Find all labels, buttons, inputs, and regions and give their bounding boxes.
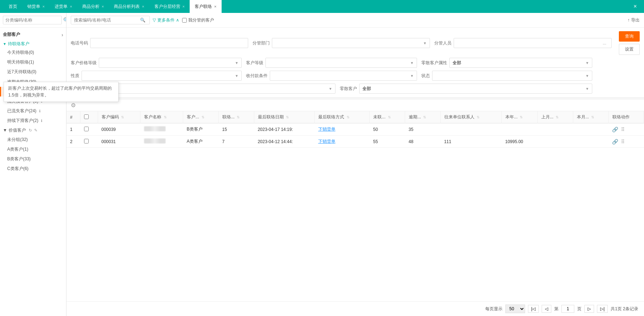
row-checkbox-0[interactable] (84, 127, 89, 131)
collapse-icon[interactable]: › (61, 32, 63, 38)
action-more-icon-0[interactable]: ⠿ (621, 127, 625, 132)
nav-item-customer-contact[interactable]: 客户联络 × (190, 0, 221, 13)
select-all-checkbox[interactable] (84, 114, 89, 119)
search-input-wrap[interactable]: 🔍 (71, 16, 150, 24)
query-button[interactable]: 查询 (619, 31, 640, 42)
nav-close-customer-contact[interactable]: × (214, 4, 216, 9)
settings-button[interactable]: 设置 (619, 44, 640, 55)
tree-item-class-b[interactable]: B类客户(33) (0, 154, 66, 164)
retail-attr-select[interactable]: 全部▼ (449, 58, 592, 68)
nav-item-customer-tier[interactable]: 客户分层经营 × (149, 0, 190, 13)
more-conditions-button[interactable]: ▽ 更多条件 ∧ (153, 17, 179, 23)
retail-customer-select[interactable]: 全部▼ (359, 84, 592, 94)
nature-label: 性质 (71, 73, 79, 79)
table-settings-icon[interactable]: ⚙ (71, 102, 76, 109)
nav-close-customer-tier[interactable]: × (182, 4, 185, 9)
sidebar-search-input[interactable] (3, 16, 62, 24)
per-page-select[interactable]: 50 20 100 (505, 305, 525, 313)
value-refresh-icon[interactable]: ↻ (29, 128, 32, 133)
customer-table: # 客户编码 ⇅ 客户名称 ⇅ 客户... ⇅ 联络... ⇅ 最后联络日期 ⇅… (66, 111, 644, 148)
export-button[interactable]: ↑ 导出 (627, 17, 640, 23)
col-not-contacted: 未联... ⇅ (370, 111, 405, 123)
cell-index: 2 (66, 136, 80, 148)
nav-item-purchase[interactable]: 进货单 × (50, 0, 77, 13)
tree-root-all-customers[interactable]: 全部客户 › (0, 30, 66, 39)
nav-item-analysis-list[interactable]: 商品分析列表 × (109, 0, 149, 13)
tree-item-churned[interactable]: 已流失客户(24) ℹ (0, 106, 66, 116)
col-last-contact-date: 最后联络日期 ⇅ (254, 111, 314, 123)
filter-row-3: 性质 ▼ 收付款条件 ▼ 状态 ▼ (71, 71, 640, 81)
nav-item-analysis[interactable]: 商品分析 × (77, 0, 109, 13)
chevron-up-icon: ∧ (176, 18, 179, 23)
action-more-icon-1[interactable]: ⠿ (621, 139, 625, 145)
action-link-icon-0[interactable]: 🔗 (612, 127, 618, 132)
tree-section-pending[interactable]: ▼ 待联络客户 (0, 39, 66, 48)
page-prev-btn[interactable]: ◁ (542, 305, 551, 313)
more-conditions-label: 更多条件 (157, 17, 175, 23)
page-number-input[interactable] (561, 305, 574, 313)
tree-item-7days[interactable]: 近7天待联络(0) (0, 67, 66, 77)
nav-close-purchase[interactable]: × (70, 4, 72, 9)
customer-grade-select[interactable]: ▼ (265, 58, 417, 68)
nav-label-sales: 销货单 (27, 4, 40, 10)
cell-last-contact-method: 下销货单 (315, 136, 370, 148)
nav-close-analysis-list[interactable]: × (142, 4, 144, 9)
customer-grade-label: 客户等级 (246, 60, 263, 66)
filter-nature: 性质 ▼ (71, 71, 242, 81)
col-name: 客户名称 ⇅ (140, 111, 183, 123)
nav-label-analysis-list: 商品分析列表 (114, 4, 140, 10)
tree-value-customers-header[interactable]: ▼ 价值客户 ↻ ✎ (0, 126, 66, 135)
nature-select[interactable]: ▼ (82, 71, 242, 81)
retail-attr-label: 零散客户属性 (421, 60, 447, 66)
nav-close-sales[interactable]: × (42, 4, 45, 9)
tree-item-ungrouped[interactable]: 未分组(32) (0, 135, 66, 145)
phone-label: 电话号码 (71, 40, 88, 46)
data-table-wrap: ⚙ # 客户编码 ⇅ 客户名称 ⇅ 客户... ⇅ 联络... ⇅ 最后联络日期… (66, 100, 644, 316)
action-link-icon-1[interactable]: 🔗 (612, 139, 618, 145)
row-checkbox-1[interactable] (84, 139, 89, 143)
tree-item-today[interactable]: 今天待联络(0) (0, 48, 66, 57)
cell-this-year (501, 123, 537, 136)
page-next-btn[interactable]: ▷ (584, 305, 594, 313)
my-customers-checkbox[interactable] (182, 18, 187, 23)
table-container: # 客户编码 ⇅ 客户名称 ⇅ 客户... ⇅ 联络... ⇅ 最后联络日期 ⇅… (66, 111, 644, 301)
person-select[interactable]: ... (454, 38, 612, 48)
dept-select[interactable]: ▼ (272, 38, 430, 48)
cell-last-month (537, 136, 573, 148)
payment-select[interactable]: ▼ (270, 71, 417, 81)
page-last-btn[interactable]: ▷| (597, 305, 608, 313)
per-page-label: 每页显示 (485, 306, 502, 312)
col-this-month: 本月... ⇅ (573, 111, 608, 123)
phone-input[interactable] (90, 38, 248, 48)
tree-item-tomorrow[interactable]: 明天待联络(1) (0, 57, 66, 67)
filter-row-1: 电话号码 分管部门 ▼ 分管人员 ... 查询 设置 (71, 31, 640, 55)
page-first-btn[interactable]: |◁ (528, 305, 539, 313)
filter-phone: 电话号码 (71, 38, 248, 48)
filter-retail-attr: 零散客户属性 全部▼ (421, 58, 592, 68)
my-customers-checkbox-wrap: 我分管的客户 (182, 17, 214, 23)
tree-item-declining[interactable]: 持续下滑客户(2) ℹ (0, 116, 66, 126)
tree-item-class-c[interactable]: C类客户(6) (0, 164, 66, 174)
table-header-row: # 客户编码 ⇅ 客户名称 ⇅ 客户... ⇅ 联络... ⇅ 最后联络日期 ⇅… (66, 111, 644, 123)
filter-row-4: ··· 客户类型 ▼ 零散客户 全部▼ (71, 84, 640, 94)
col-this-year: 本年... ⇅ (501, 111, 537, 123)
search-input[interactable] (74, 18, 139, 23)
window-close-button[interactable]: × (630, 3, 640, 10)
price-grade-select[interactable]: ▼ (99, 58, 242, 68)
nav-item-home[interactable]: 首页 (4, 0, 22, 13)
customer-type-select[interactable]: ▼ (102, 84, 335, 94)
cell-contact-person (440, 123, 501, 136)
contact-method-link[interactable]: 下销货单 (318, 127, 335, 132)
nav-close-analysis[interactable]: × (102, 4, 104, 9)
status-select[interactable]: ▼ (432, 71, 592, 81)
nav-label-customer-tier: 客户分层经营 (154, 4, 180, 10)
tree-item-class-a[interactable]: A类客户(1) (0, 145, 66, 154)
contact-method-link[interactable]: 下销货单 (318, 139, 335, 144)
tooltip-box: 距客户上次交易时长，超过了此客户的平均交易周期的1.5倍，则视为异常。 (66, 82, 119, 102)
value-edit-icon[interactable]: ✎ (34, 128, 37, 133)
filter-dept: 分管部门 ▼ (252, 38, 430, 48)
main-layout: 🔍 全部客户 › ▼ 待联络客户 今天待联络(0) 明天待联络(1) 近7天待联… (0, 13, 644, 316)
top-navigation: 首页 销货单 × 进货单 × 商品分析 × 商品分析列表 × 客户分层经营 × … (0, 0, 644, 13)
col-index: # (66, 111, 80, 123)
nav-item-sales[interactable]: 销货单 × (22, 0, 50, 13)
